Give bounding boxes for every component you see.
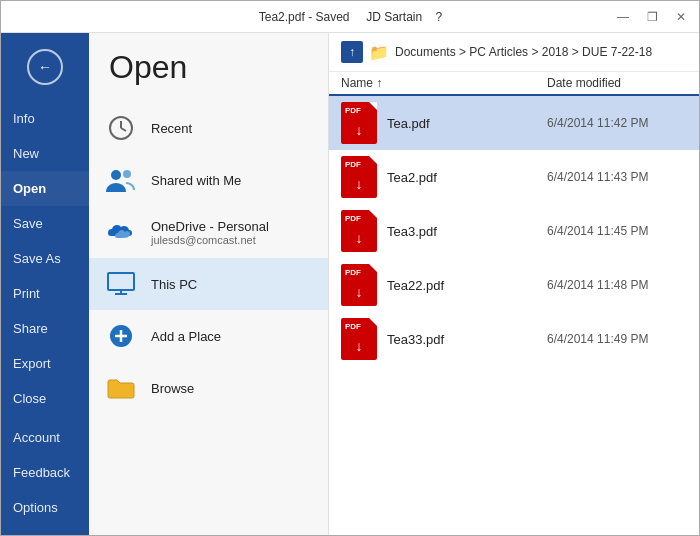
close-button[interactable]: ✕: [671, 8, 691, 26]
pdf-icon: PDF↓: [341, 318, 377, 360]
location-recent[interactable]: Recent: [89, 102, 328, 154]
right-panel: ↑ 📁 Documents > PC Articles > 2018 > DUE…: [329, 33, 699, 536]
plus-icon: [105, 320, 137, 352]
nav-item-save-as[interactable]: Save As: [1, 241, 89, 276]
title-bar-controls: — ❐ ✕: [612, 8, 691, 26]
file-name: Tea3.pdf: [387, 224, 537, 239]
pdf-icon: PDF↓: [341, 102, 377, 144]
app-body: ← Info New Open Save Save As Print Share…: [1, 33, 699, 536]
onedrive-label: OneDrive - Personal: [151, 219, 269, 234]
col-date-header[interactable]: Date modified: [547, 76, 687, 90]
svg-line-2: [121, 128, 126, 131]
file-row[interactable]: PDF↓Tea33.pdf6/4/2014 11:49 PM: [329, 312, 699, 366]
left-nav: ← Info New Open Save Save As Print Share…: [1, 33, 89, 536]
nav-item-export[interactable]: Export: [1, 346, 89, 381]
file-date: 6/4/2014 11:48 PM: [547, 278, 687, 292]
onedrive-icon: [105, 216, 137, 248]
file-date: 6/4/2014 11:49 PM: [547, 332, 687, 346]
pdf-icon: PDF↓: [341, 210, 377, 252]
pdf-icon: PDF↓: [341, 156, 377, 198]
breadcrumb-path: Documents > PC Articles > 2018 > DUE 7-2…: [395, 45, 652, 59]
thispc-label: This PC: [151, 277, 197, 292]
breadcrumb-folder-icon: 📁: [369, 43, 389, 62]
location-browse[interactable]: Browse: [89, 362, 328, 414]
nav-item-save[interactable]: Save: [1, 206, 89, 241]
nav-item-feedback[interactable]: Feedback: [1, 455, 89, 490]
title-bar: Tea2.pdf - Saved JD Sartain ? — ❐ ✕: [1, 1, 699, 33]
file-list: PDF↓Tea.pdf6/4/2014 11:42 PMPDF↓Tea2.pdf…: [329, 96, 699, 536]
panel-title: Open: [89, 41, 328, 102]
middle-panel: Open Recent Shared w: [89, 33, 329, 536]
file-list-header: Name ↑ Date modified: [329, 72, 699, 96]
file-row[interactable]: PDF↓Tea.pdf6/4/2014 11:42 PM: [329, 96, 699, 150]
nav-item-open[interactable]: Open: [1, 171, 89, 206]
file-date: 6/4/2014 11:43 PM: [547, 170, 687, 184]
back-icon: ←: [38, 59, 52, 75]
location-thispc[interactable]: This PC: [89, 258, 328, 310]
svg-rect-5: [108, 273, 134, 290]
file-row[interactable]: PDF↓Tea3.pdf6/4/2014 11:45 PM: [329, 204, 699, 258]
breadcrumb-bar: ↑ 📁 Documents > PC Articles > 2018 > DUE…: [329, 33, 699, 72]
svg-point-4: [123, 170, 131, 178]
nav-item-info[interactable]: Info: [1, 101, 89, 136]
file-name: Tea33.pdf: [387, 332, 537, 347]
nav-item-options[interactable]: Options: [1, 490, 89, 525]
file-row[interactable]: PDF↓Tea22.pdf6/4/2014 11:48 PM: [329, 258, 699, 312]
clock-icon: [105, 112, 137, 144]
svg-point-3: [111, 170, 121, 180]
up-arrow-icon: ↑: [349, 45, 355, 59]
file-name: Tea22.pdf: [387, 278, 537, 293]
location-recent-label: Recent: [151, 121, 192, 136]
pdf-icon: PDF↓: [341, 264, 377, 306]
nav-item-new[interactable]: New: [1, 136, 89, 171]
file-name: Tea2.pdf: [387, 170, 537, 185]
location-onedrive[interactable]: OneDrive - Personal julesds@comcast.net: [89, 206, 328, 258]
file-name: Tea.pdf: [387, 116, 537, 131]
location-addplace[interactable]: Add a Place: [89, 310, 328, 362]
minimize-button[interactable]: —: [612, 8, 634, 26]
nav-item-share[interactable]: Share: [1, 311, 89, 346]
people-icon: [105, 164, 137, 196]
title-bar-text: Tea2.pdf - Saved JD Sartain ?: [89, 10, 612, 24]
location-shared[interactable]: Shared with Me: [89, 154, 328, 206]
location-shared-label: Shared with Me: [151, 173, 241, 188]
back-button[interactable]: ←: [27, 49, 63, 85]
monitor-icon: [105, 268, 137, 300]
col-name-header[interactable]: Name ↑: [341, 76, 547, 90]
restore-button[interactable]: ❐: [642, 8, 663, 26]
nav-item-account[interactable]: Account: [1, 420, 89, 455]
nav-item-print[interactable]: Print: [1, 276, 89, 311]
addplace-label: Add a Place: [151, 329, 221, 344]
onedrive-sublabel: julesds@comcast.net: [151, 234, 269, 246]
file-date: 6/4/2014 11:45 PM: [547, 224, 687, 238]
file-date: 6/4/2014 11:42 PM: [547, 116, 687, 130]
nav-item-close[interactable]: Close: [1, 381, 89, 416]
breadcrumb-up-button[interactable]: ↑: [341, 41, 363, 63]
browse-label: Browse: [151, 381, 194, 396]
folder-icon: [105, 372, 137, 404]
file-row[interactable]: PDF↓Tea2.pdf6/4/2014 11:43 PM: [329, 150, 699, 204]
